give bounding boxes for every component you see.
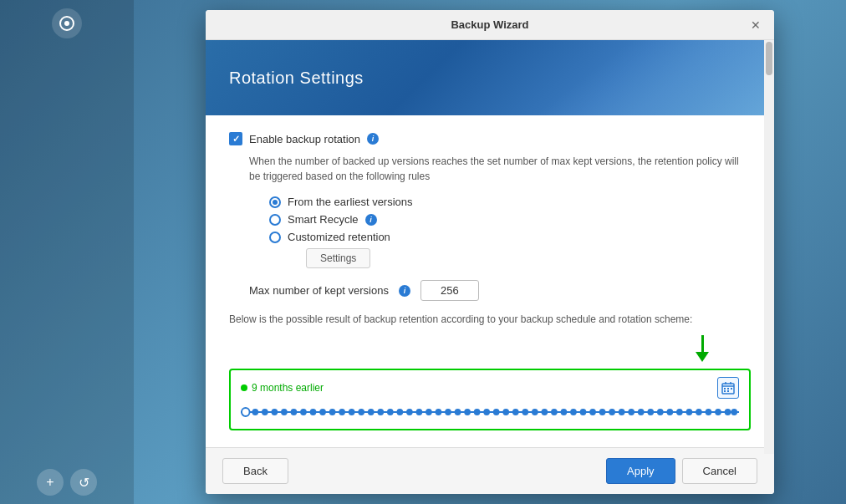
green-dot bbox=[241, 384, 247, 391]
svg-rect-6 bbox=[724, 388, 726, 389]
desktop: + ↺ Backup Wizard ✕ Rotation Settings bbox=[0, 0, 846, 504]
radio-row-earliest: From the earliest versions bbox=[269, 196, 751, 208]
svg-point-31 bbox=[426, 409, 432, 415]
banner-heading: Rotation Settings bbox=[229, 69, 364, 88]
taskbar: + ↺ bbox=[0, 0, 134, 504]
timeline-svg bbox=[241, 404, 739, 420]
svg-point-17 bbox=[291, 409, 298, 415]
svg-point-46 bbox=[570, 409, 577, 415]
app-icon[interactable] bbox=[52, 8, 82, 38]
radio-smart-label: Smart Recycle bbox=[288, 213, 359, 226]
arrow-container bbox=[229, 335, 751, 369]
timeline-label-text: 9 months earlier bbox=[252, 382, 324, 394]
modal-backdrop: Backup Wizard ✕ Rotation Settings Enable… bbox=[134, 0, 846, 504]
svg-point-49 bbox=[599, 409, 606, 415]
modal-banner: Rotation Settings bbox=[206, 40, 774, 115]
svg-point-1 bbox=[64, 21, 69, 26]
enable-rotation-label: Enable backup rotation bbox=[249, 133, 360, 145]
enable-rotation-info-icon[interactable]: i bbox=[367, 133, 379, 145]
svg-point-41 bbox=[522, 409, 528, 415]
svg-point-20 bbox=[319, 409, 326, 415]
calendar-button[interactable] bbox=[717, 377, 739, 399]
backup-wizard-modal: Backup Wizard ✕ Rotation Settings Enable… bbox=[206, 10, 774, 494]
svg-point-35 bbox=[464, 409, 471, 415]
radio-custom-label: Customized retention bbox=[288, 231, 390, 243]
svg-point-43 bbox=[542, 409, 548, 415]
svg-point-28 bbox=[396, 409, 403, 415]
svg-point-44 bbox=[551, 409, 558, 415]
rotation-description: When the number of backed up versions re… bbox=[249, 154, 751, 184]
taskbar-bottom: + ↺ bbox=[0, 469, 134, 496]
svg-rect-8 bbox=[731, 388, 732, 389]
svg-point-26 bbox=[377, 409, 384, 415]
radio-row-smart: Smart Recycle i bbox=[269, 213, 751, 226]
timeline-track bbox=[241, 402, 739, 422]
footer-right: Apply Cancel bbox=[606, 458, 757, 484]
svg-point-21 bbox=[329, 409, 336, 415]
svg-rect-10 bbox=[727, 390, 729, 392]
svg-point-15 bbox=[272, 409, 278, 415]
svg-point-18 bbox=[300, 409, 307, 415]
svg-rect-7 bbox=[727, 388, 729, 389]
apply-button[interactable]: Apply bbox=[606, 458, 675, 484]
svg-point-63 bbox=[731, 409, 737, 415]
svg-point-36 bbox=[474, 409, 481, 415]
svg-point-61 bbox=[715, 409, 721, 415]
max-versions-row: Max number of kept versions i bbox=[249, 280, 751, 301]
below-text: Below is the possible result of backup r… bbox=[229, 313, 751, 327]
svg-rect-9 bbox=[724, 390, 726, 392]
svg-point-25 bbox=[368, 409, 375, 415]
svg-point-19 bbox=[310, 409, 317, 415]
enable-rotation-row: Enable backup rotation i bbox=[229, 132, 751, 145]
radio-row-custom: Customized retention bbox=[269, 231, 751, 243]
svg-point-48 bbox=[589, 409, 596, 415]
svg-point-59 bbox=[696, 409, 702, 415]
max-versions-info-icon[interactable]: i bbox=[399, 285, 410, 297]
restore-button[interactable]: ↺ bbox=[70, 469, 97, 496]
svg-point-55 bbox=[657, 409, 664, 415]
svg-point-52 bbox=[628, 409, 634, 415]
svg-point-38 bbox=[493, 409, 500, 415]
svg-point-50 bbox=[609, 409, 615, 415]
timeline-header: 9 months earlier bbox=[241, 377, 739, 399]
svg-point-23 bbox=[349, 409, 355, 415]
svg-point-37 bbox=[483, 409, 490, 415]
back-button[interactable]: Back bbox=[222, 458, 288, 484]
svg-point-54 bbox=[647, 409, 654, 415]
radio-earliest-label: From the earliest versions bbox=[288, 196, 413, 208]
radio-custom-btn[interactable] bbox=[269, 232, 281, 243]
svg-point-57 bbox=[676, 409, 683, 415]
svg-point-47 bbox=[580, 409, 587, 415]
settings-button-row: Settings bbox=[288, 248, 751, 268]
modal-footer: Back Apply Cancel bbox=[206, 447, 774, 494]
svg-point-32 bbox=[436, 409, 442, 415]
enable-rotation-checkbox[interactable] bbox=[229, 132, 242, 145]
svg-point-56 bbox=[666, 409, 673, 415]
cancel-button[interactable]: Cancel bbox=[682, 458, 757, 484]
scrollbar-thumb[interactable] bbox=[766, 42, 772, 75]
modal-titlebar: Backup Wizard ✕ bbox=[206, 10, 774, 40]
close-button[interactable]: ✕ bbox=[747, 17, 764, 33]
svg-point-24 bbox=[358, 409, 364, 415]
modal-body: Enable backup rotation i When the number… bbox=[206, 115, 774, 447]
svg-point-40 bbox=[512, 409, 519, 415]
svg-point-12 bbox=[242, 408, 250, 416]
radio-smart[interactable] bbox=[269, 214, 281, 226]
svg-point-33 bbox=[445, 409, 451, 415]
timeline-box: 9 months earlier bbox=[229, 369, 751, 430]
arrow-head bbox=[696, 352, 709, 362]
arrow-line bbox=[701, 335, 704, 352]
settings-button[interactable]: Settings bbox=[306, 248, 370, 268]
svg-point-30 bbox=[416, 409, 423, 415]
svg-point-58 bbox=[686, 409, 693, 415]
max-versions-label: Max number of kept versions bbox=[249, 284, 389, 297]
svg-point-27 bbox=[387, 409, 394, 415]
svg-point-39 bbox=[502, 409, 509, 415]
svg-point-13 bbox=[252, 409, 258, 415]
radio-earliest[interactable] bbox=[269, 196, 281, 208]
max-versions-input[interactable] bbox=[420, 280, 479, 301]
smart-recycle-info-icon[interactable]: i bbox=[365, 214, 377, 226]
footer-left: Back bbox=[222, 458, 288, 484]
add-button[interactable]: + bbox=[37, 469, 64, 496]
svg-point-42 bbox=[532, 409, 538, 415]
